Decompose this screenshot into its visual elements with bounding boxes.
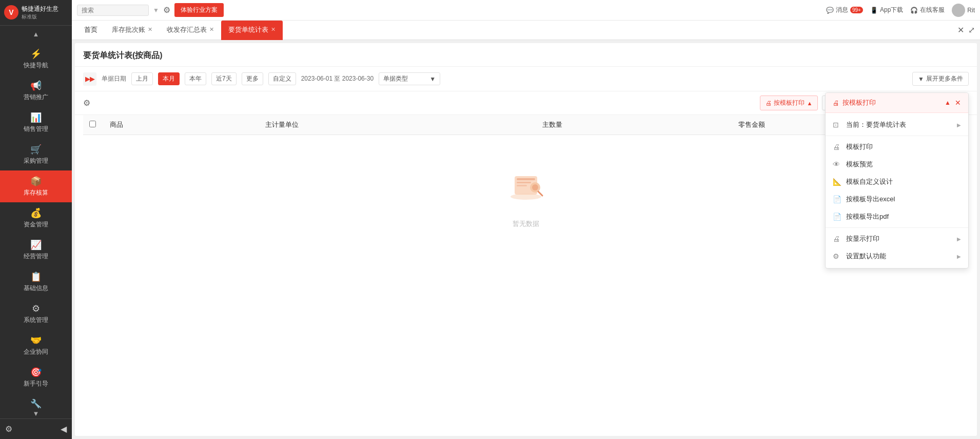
- sidebar-settings-icon[interactable]: ⚙: [5, 424, 12, 434]
- date-filter-label: 单据日期: [102, 74, 126, 83]
- dropdown-close-icon[interactable]: ✕: [955, 99, 961, 107]
- dropdown-template-export-pdf[interactable]: 📄 按模板导出pdf: [826, 208, 968, 225]
- dropdown-header-label: 🖨 按模板打印: [833, 98, 876, 107]
- window-close-btn[interactable]: ✕: [957, 25, 964, 35]
- select-all-checkbox[interactable]: [89, 121, 96, 127]
- system-icon: ⚙: [32, 303, 40, 314]
- phone-icon: 📱: [870, 7, 878, 14]
- dropdown-current-template[interactable]: ⊡ 当前：要货单统计表 ▶: [826, 116, 968, 133]
- sidebar-item-basic[interactable]: 📋 基础信息: [0, 266, 72, 298]
- current-template-icon: ⊡: [833, 121, 842, 129]
- print-template-btn[interactable]: 🖨 按模板打印 ▲: [760, 96, 818, 110]
- enterprise-icon: 🤝: [30, 335, 42, 346]
- operation-icon: 📈: [30, 239, 42, 251]
- dropdown-template-export-excel[interactable]: 📄 按模板导出excel: [826, 190, 968, 208]
- dropdown-template-preview[interactable]: 👁 模板预览: [826, 156, 968, 173]
- topbar-search-input[interactable]: [77, 5, 149, 16]
- sidebar-item-finance[interactable]: 💰 资金管理: [0, 202, 72, 234]
- tabbar: 首页 库存批次账 ✕ 收发存汇总表 ✕ 要货单统计表 ✕ ✕ ⤢: [72, 21, 980, 40]
- topbar: ▼ ⚙ 体验行业方案 💬 消息 99+ 📱 App下载 🎧 在线客服 Rit: [72, 0, 980, 21]
- sidebar-scroll-down[interactable]: ▼: [0, 408, 72, 418]
- dropdown-set-default[interactable]: ⚙ 设置默认功能 ▶: [826, 247, 968, 265]
- headset-icon: 🎧: [910, 7, 918, 14]
- date-btn-last-7-days[interactable]: 近7天: [211, 72, 237, 85]
- sidebar-collapse-icon[interactable]: ◀: [61, 424, 67, 434]
- sidebar-scroll-up[interactable]: ▲: [0, 29, 72, 39]
- tab-close-inventory-batch[interactable]: ✕: [148, 26, 152, 33]
- template-preview-icon: 👁: [833, 160, 842, 168]
- message-icon: 💬: [826, 7, 834, 14]
- svg-rect-3: [517, 182, 531, 183]
- inventory-icon: 📦: [30, 176, 42, 187]
- tab-order-stats[interactable]: 要货单统计表 ✕: [221, 21, 283, 40]
- select-chevron-icon: ▼: [429, 75, 436, 83]
- topbar-chevron-icon[interactable]: ▼: [153, 7, 159, 14]
- empty-text: 暂无数据: [513, 219, 539, 228]
- dropdown-template-print[interactable]: 🖨 模板打印: [826, 138, 968, 156]
- col-checkbox[interactable]: [83, 115, 104, 135]
- sidebar-item-purchase[interactable]: 🛒 采购管理: [0, 139, 72, 170]
- tab-close-order-stats[interactable]: ✕: [271, 26, 276, 33]
- sidebar-item-marketing[interactable]: 📢 营销推广: [0, 75, 72, 107]
- svg-point-6: [532, 184, 538, 190]
- date-btn-current-year[interactable]: 本年: [185, 72, 206, 85]
- filter-expand-toggle[interactable]: ▶▶: [83, 72, 96, 86]
- current-template-chevron: ▶: [957, 122, 961, 128]
- sidebar-item-quick-nav[interactable]: ⚡ 快捷导航: [0, 43, 72, 75]
- sidebar-item-enterprise[interactable]: 🤝 企业协同: [0, 330, 72, 361]
- template-custom-icon: 📐: [833, 178, 842, 186]
- trial-btn[interactable]: 体验行业方案: [174, 3, 224, 17]
- date-btn-current-month[interactable]: 本月: [158, 72, 180, 85]
- dropdown-printer-icon: 🖨: [833, 99, 839, 107]
- sidebar-item-operation[interactable]: 📈 经营管理: [0, 234, 72, 266]
- sidebar-item-guide[interactable]: 🎯 新手引导: [0, 361, 72, 393]
- sidebar-item-inventory[interactable]: 📦 库存核算: [0, 170, 72, 202]
- tab-inventory-batch[interactable]: 库存批次账 ✕: [105, 21, 160, 40]
- user-name: Rit: [967, 7, 975, 14]
- page-content: 要货单统计表(按商品) ▶▶ 单据日期 上月 本月 本年 近7天 更多 自定义 …: [75, 43, 977, 436]
- main-area: ▼ ⚙ 体验行业方案 💬 消息 99+ 📱 App下载 🎧 在线客服 Rit: [72, 0, 980, 439]
- date-range-display: 2023-06-01 至 2023-06-30: [301, 74, 374, 83]
- window-expand-btn[interactable]: ⤢: [968, 25, 975, 35]
- export-pdf-icon: 📄: [833, 213, 842, 221]
- sidebar: V 畅捷通好生意 标准版 ▲ 🔍 搜索菜单 ⚡ 快捷导航 📢 营销推广 📊 销售…: [0, 0, 72, 439]
- dropdown-chevron-icon[interactable]: ▲: [945, 99, 951, 106]
- dropdown-divider-2: [826, 227, 968, 228]
- sidebar-item-system[interactable]: ⚙ 系统管理: [0, 298, 72, 330]
- tab-home[interactable]: 首页: [77, 21, 105, 40]
- dropdown-header-controls: ▲ ✕: [945, 99, 961, 107]
- display-print-icon: 🖨: [833, 235, 842, 243]
- sidebar-item-sales[interactable]: 📊 销售管理: [0, 107, 72, 139]
- topbar-right: 💬 消息 99+ 📱 App下载 🎧 在线客服 Rit: [826, 4, 975, 17]
- col-product: 商品: [104, 115, 259, 135]
- tab-close-receipt-summary[interactable]: ✕: [209, 26, 214, 33]
- print-dropdown-menu: 🖨 按模板打印 ▲ ✕ ⊡ 当前：要货单统计表 ▶: [825, 92, 969, 269]
- dropdown-divider-1: [826, 136, 968, 136]
- marketing-icon: 📢: [30, 80, 42, 91]
- sidebar-footer: ⚙ ◀: [0, 418, 72, 439]
- dropdown-template-custom[interactable]: 📐 模板自定义设计: [826, 173, 968, 190]
- sidebar-nav: ⚡ 快捷导航 📢 营销推广 📊 销售管理 🛒 采购管理 📦 库存核算 💰 资金管…: [0, 43, 72, 418]
- expand-more-conditions-btn[interactable]: ▼ 展开更多条件: [912, 72, 969, 86]
- print-chevron-icon: ▲: [807, 100, 812, 106]
- quick-nav-icon: ⚡: [30, 48, 42, 60]
- user-avatar-item[interactable]: Rit: [952, 4, 975, 17]
- dropdown-display-print[interactable]: 🖨 按显示打印 ▶: [826, 230, 968, 247]
- col-unit: 主计量单位: [259, 115, 536, 135]
- tab-window-controls: ✕ ⤢: [957, 25, 975, 35]
- message-item[interactable]: 💬 消息 99+: [826, 6, 863, 14]
- toolbar-settings-icon[interactable]: ⚙: [83, 98, 90, 108]
- tab-receipt-summary[interactable]: 收发存汇总表 ✕: [160, 21, 221, 40]
- online-service-item[interactable]: 🎧 在线客服: [910, 6, 945, 14]
- set-default-chevron: ▶: [957, 254, 961, 259]
- topbar-gear-icon[interactable]: ⚙: [163, 5, 170, 15]
- page-title: 要货单统计表(按商品): [75, 43, 977, 67]
- date-btn-custom[interactable]: 自定义: [268, 72, 296, 85]
- dropdown-header: 🖨 按模板打印 ▲ ✕: [826, 93, 968, 113]
- date-btn-prev-month[interactable]: 上月: [131, 72, 153, 85]
- date-btn-more[interactable]: 更多: [242, 72, 263, 85]
- basic-icon: 📋: [30, 271, 42, 282]
- finance-icon: 💰: [30, 207, 42, 219]
- doc-type-select[interactable]: 单据类型 ▼: [379, 72, 440, 85]
- app-download-item[interactable]: 📱 App下载: [870, 6, 903, 14]
